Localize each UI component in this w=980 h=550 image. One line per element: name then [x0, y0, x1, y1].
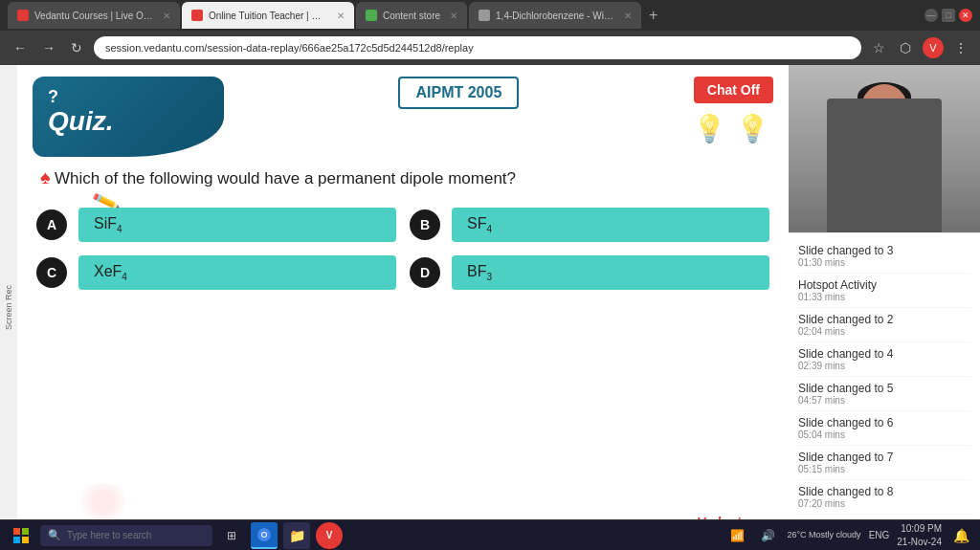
address-bar-row: ← → ↻ session.vedantu.com/session-data-r…	[0, 31, 980, 65]
option-b-circle: B	[410, 209, 440, 240]
notification-icon[interactable]: 🔔	[949, 524, 972, 547]
option-c[interactable]: C XeF4	[36, 255, 396, 290]
options-grid: A SiF4 B SF4 C XeF	[33, 208, 773, 290]
option-d-circle: D	[410, 257, 440, 288]
search-icon: 🔍	[48, 529, 61, 541]
tab-bar: Vedantu Courses | Live Online Tu... ✕ On…	[0, 0, 980, 31]
bookmark-icon[interactable]: ☆	[869, 38, 888, 57]
aipmt-badge: AIPMT 2005	[398, 77, 519, 109]
bulb-2: 💡	[736, 113, 769, 144]
tab-favicon-3	[366, 10, 377, 21]
chat-off-button[interactable]: Chat Off	[694, 77, 773, 103]
tab-close-4[interactable]: ✕	[624, 11, 632, 21]
tab-online-tuition[interactable]: Online Tuition Teacher | Onlin... ✕	[182, 2, 354, 29]
svg-rect-1	[22, 528, 29, 535]
taskbar-right: 📶 🔊 26°C Mostly cloudy ENG 10:09 PM 21-N…	[725, 522, 972, 549]
option-c-bar[interactable]: XeF4	[78, 255, 396, 290]
teacher-figure	[789, 65, 980, 232]
option-b-bar[interactable]: SF4	[452, 208, 769, 242]
new-tab-button[interactable]: +	[643, 7, 663, 24]
browser-chrome: Vedantu Courses | Live Online Tu... ✕ On…	[0, 0, 980, 65]
network-icon[interactable]: 📶	[725, 524, 748, 547]
video-panel: Slide changed to 3 01:30 mins Hotspot Ac…	[789, 65, 980, 550]
activity-log: Slide changed to 3 01:30 mins Hotspot Ac…	[789, 232, 980, 550]
bulb-1: 💡	[693, 113, 726, 144]
activity-item-8: Slide changed to 8 07:20 mins	[798, 480, 970, 515]
menu-icon[interactable]: ⋮	[951, 38, 970, 57]
activity-item-3: Slide changed to 2 02:04 mins	[798, 308, 970, 342]
left-sidebar-strip[interactable]: Screen Rec	[0, 65, 17, 550]
chrome-app-button[interactable]	[251, 522, 278, 549]
quiz-header: ? Quiz. AIPMT 2005 Chat Off	[33, 77, 773, 157]
option-b[interactable]: B SF4	[410, 208, 769, 242]
search-input[interactable]	[67, 530, 182, 540]
background-decoration	[75, 483, 132, 521]
question-area: ♠ Which of the following would have a pe…	[33, 166, 773, 191]
main-content: Screen Rec ? Quiz. AIPMT 2005 Chat Off 💡…	[0, 65, 980, 550]
activity-item-6: Slide changed to 6 05:04 mins	[798, 411, 970, 446]
question-mark: ?	[48, 88, 205, 105]
tab-close-3[interactable]: ✕	[450, 11, 457, 21]
teacher-video	[789, 65, 980, 232]
forward-button[interactable]: →	[38, 38, 59, 57]
activity-item-7: Slide changed to 7 05:15 mins	[798, 446, 970, 480]
tab-content-store[interactable]: Content store ✕	[356, 2, 467, 29]
close-button[interactable]: ✕	[959, 9, 972, 22]
activity-item-4: Slide changed to 4 02:39 mins	[798, 342, 970, 377]
option-c-circle: C	[36, 257, 67, 288]
windows-start-button[interactable]	[8, 522, 34, 549]
sidebar-text: Screen Rec	[4, 285, 13, 330]
tab-favicon-1	[17, 10, 29, 21]
option-d-bar[interactable]: BF3	[452, 255, 769, 290]
taskbar-search[interactable]: 🔍	[40, 525, 212, 546]
address-bar[interactable]: session.vedantu.com/session-data-replay/…	[94, 36, 861, 59]
language-indicator[interactable]: ENG	[869, 530, 890, 540]
weather-info: 26°C Mostly cloudy	[787, 529, 860, 541]
file-explorer-button[interactable]: 📁	[283, 522, 310, 549]
quiz-title-box: ? Quiz.	[33, 77, 224, 157]
tab-close-1[interactable]: ✕	[163, 11, 170, 21]
svg-rect-3	[22, 537, 29, 543]
chrome-icon	[257, 528, 271, 541]
option-d[interactable]: D BF3	[410, 255, 769, 290]
vedantu-app-button[interactable]: V	[316, 522, 343, 549]
option-a-circle: A	[36, 209, 67, 240]
option-a-bar[interactable]: SiF4	[78, 208, 396, 242]
question-text: ♠ Which of the following would have a pe…	[40, 166, 773, 191]
taskbar: 🔍 ⊞ 📁 V 📶 🔊 26°C Mostly cloudy ENG 10:09…	[0, 519, 980, 550]
svg-rect-2	[13, 537, 20, 543]
quiz-area: ? Quiz. AIPMT 2005 Chat Off 💡 💡 ✏️ ♠ Whi…	[17, 65, 789, 550]
date-display: 21-Nov-24	[897, 536, 942, 549]
tab-close-2[interactable]: ✕	[337, 11, 345, 21]
tab-wikipedia[interactable]: 1,4-Dichlorobenzene - Wikipedia ✕	[469, 2, 641, 29]
bulbs-decoration: 💡 💡	[693, 113, 769, 144]
time-display: 10:09 PM	[897, 522, 942, 536]
toolbar-icons: ☆ ⬡ V ⋮	[869, 37, 970, 58]
profile-icon[interactable]: V	[923, 37, 944, 58]
tab-favicon-4	[479, 10, 490, 21]
volume-icon[interactable]: 🔊	[756, 524, 779, 547]
svg-point-6	[262, 533, 266, 537]
reload-button[interactable]: ↻	[67, 38, 86, 57]
tab-favicon-2	[191, 10, 203, 21]
task-view-button[interactable]: ⊞	[218, 522, 245, 549]
extensions-icon[interactable]: ⬡	[896, 38, 915, 57]
tab-vedantu-courses[interactable]: Vedantu Courses | Live Online Tu... ✕	[8, 2, 180, 29]
clock: 10:09 PM 21-Nov-24	[897, 522, 942, 549]
svg-rect-0	[13, 528, 20, 535]
activity-item-5: Slide changed to 5 04:57 mins	[798, 377, 970, 411]
question-icon: ♠	[40, 166, 51, 187]
activity-item-2: Hotspot Activity 01:33 mins	[798, 274, 970, 308]
quiz-title: Quiz.	[48, 105, 205, 138]
minimize-button[interactable]: —	[924, 9, 938, 22]
maximize-button[interactable]: □	[942, 9, 955, 22]
option-a[interactable]: A SiF4	[36, 208, 396, 242]
teacher-body	[827, 99, 942, 232]
activity-item-1: Slide changed to 3 01:30 mins	[798, 239, 970, 274]
windows-icon	[13, 528, 29, 543]
back-button[interactable]: ←	[10, 38, 31, 57]
